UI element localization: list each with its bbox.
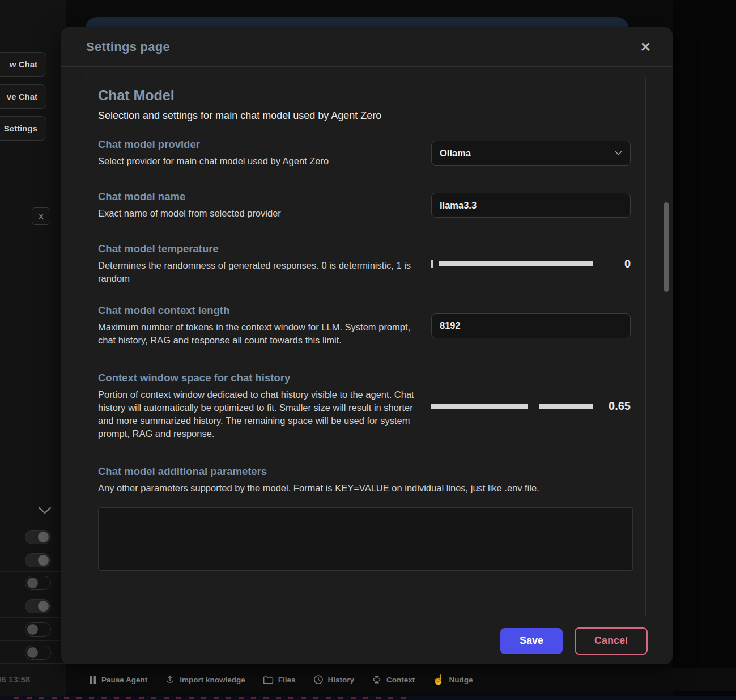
- field-label: Chat model additional parameters: [98, 465, 632, 478]
- provider-select[interactable]: Ollama: [431, 141, 631, 166]
- upload-icon: [165, 674, 175, 685]
- toolbar-label: Import knowledge: [180, 676, 245, 684]
- progress-dashes: [14, 697, 411, 699]
- field-control: 0.65: [431, 372, 631, 440]
- field-control: Ollama: [431, 138, 631, 168]
- field-description: Any other parameters supported by the mo…: [98, 482, 632, 495]
- field-label: Chat model context length: [98, 304, 415, 317]
- modal-title: Settings page: [86, 40, 170, 54]
- toolbar-label: Files: [278, 676, 296, 684]
- field-text: Chat model provider Select provider for …: [98, 138, 431, 168]
- bottom-progress-strip: [0, 696, 736, 700]
- toggle-switch[interactable]: [25, 530, 51, 544]
- field-description: Select provider for main chat model used…: [98, 155, 415, 168]
- nudge-button[interactable]: ☝ Nudge: [432, 675, 473, 685]
- history-button[interactable]: History: [313, 674, 355, 685]
- sidebar-button-save-chat[interactable]: ve Chat: [0, 84, 46, 109]
- field-description: Exact name of model from selected provid…: [98, 207, 415, 220]
- toolbar-label: Nudge: [449, 676, 473, 684]
- context-button[interactable]: Context: [372, 674, 415, 685]
- field-additional-parameters: Chat model additional parameters Any oth…: [98, 465, 632, 573]
- field-chat-model-provider: Chat model provider Select provider for …: [98, 138, 632, 168]
- sidebar-button-label: w Chat: [10, 60, 37, 69]
- toggle-switch[interactable]: [25, 622, 51, 637]
- provider-selected-value: Ollama: [440, 148, 471, 159]
- field-description: Maximum number of tokens in the context …: [98, 321, 415, 347]
- settings-modal: Settings page ✕ Chat Model Selection and…: [61, 27, 673, 664]
- cancel-button[interactable]: Cancel: [575, 627, 648, 655]
- modal-header: Settings page ✕: [61, 27, 673, 67]
- close-icon[interactable]: ✕: [640, 39, 651, 54]
- modal-scrollbar[interactable]: [664, 202, 669, 292]
- toggle-knob: [27, 578, 38, 588]
- toggle-knob: [38, 555, 49, 566]
- context-length-input[interactable]: [431, 313, 631, 338]
- field-label: Chat model temperature: [98, 243, 415, 255]
- field-control: [431, 190, 631, 220]
- section-subtitle: Selection and settings for main chat mod…: [98, 110, 632, 122]
- toggle-knob: [27, 647, 38, 658]
- slider-track-right: [539, 404, 593, 409]
- chevron-down-icon: [615, 151, 622, 156]
- toolbar-label: Pause Agent: [101, 676, 147, 684]
- toolbar-label: History: [328, 676, 355, 684]
- additional-parameters-textarea[interactable]: [98, 507, 633, 571]
- slider-thumb[interactable]: [528, 404, 539, 409]
- field-context-window-space: Context window space for chat history Po…: [98, 372, 632, 440]
- field-description: Portion of context window dedicated to c…: [98, 388, 415, 440]
- toggle-switch[interactable]: [25, 553, 51, 567]
- chevron-down-icon[interactable]: [37, 506, 52, 517]
- field-control: [431, 304, 631, 347]
- context-icon: [372, 674, 382, 685]
- pause-icon: [90, 676, 97, 684]
- import-knowledge-button[interactable]: Import knowledge: [165, 674, 245, 685]
- toggle-knob: [38, 532, 49, 542]
- files-button[interactable]: Files: [263, 675, 296, 685]
- toggle-switch[interactable]: [25, 599, 51, 613]
- field-control: 0: [431, 243, 631, 285]
- toolbar-label: Context: [386, 676, 415, 684]
- sidebar-close-button[interactable]: X: [32, 207, 50, 225]
- chat-timestamp: 06 13:58: [0, 674, 30, 684]
- sidebar: w Chat ve Chat Settings X 06 13:58: [0, 0, 66, 700]
- pause-agent-button[interactable]: Pause Agent: [90, 676, 147, 684]
- divider: [0, 205, 66, 205]
- toggle-switch[interactable]: [25, 646, 51, 660]
- bottom-toolbar: Pause Agent Import knowledge Files Histo…: [66, 668, 736, 691]
- field-text: Context window space for chat history Po…: [98, 372, 431, 440]
- clock-icon: [313, 674, 324, 685]
- temperature-slider[interactable]: [431, 260, 593, 268]
- sidebar-button-label: ve Chat: [7, 92, 37, 101]
- divider: [0, 640, 66, 641]
- modal-body: Chat Model Selection and settings for ma…: [61, 67, 673, 616]
- section-title: Chat Model: [98, 87, 632, 104]
- field-label: Context window space for chat history: [98, 372, 415, 384]
- history-space-value: 0.65: [609, 400, 631, 413]
- field-label: Chat model provider: [98, 138, 415, 151]
- field-chat-model-name: Chat model name Exact name of model from…: [98, 190, 632, 220]
- slider-track-left: [431, 404, 528, 409]
- divider: [0, 617, 66, 618]
- nudge-icon: ☝: [432, 675, 444, 685]
- slider-thumb[interactable]: [431, 260, 433, 268]
- field-text: Chat model context length Maximum number…: [98, 304, 431, 347]
- toggle-knob: [27, 624, 38, 635]
- field-chat-model-temperature: Chat model temperature Determines the ra…: [98, 243, 632, 285]
- temperature-value: 0: [624, 257, 631, 270]
- model-name-input[interactable]: [431, 193, 631, 218]
- right-dark-region: [673, 0, 736, 700]
- app-root: w Chat ve Chat Settings X 06 13:58: [0, 0, 736, 700]
- field-text: Chat model name Exact name of model from…: [98, 190, 431, 220]
- sidebar-close-label: X: [38, 211, 44, 221]
- divider: [0, 549, 66, 549]
- sidebar-button-settings[interactable]: Settings: [0, 116, 46, 141]
- modal-footer: Save Cancel: [61, 617, 673, 664]
- slider-track: [439, 261, 593, 266]
- field-text: Chat model temperature Determines the ra…: [98, 243, 431, 285]
- sidebar-button-new-chat[interactable]: w Chat: [0, 52, 46, 77]
- toggle-switch[interactable]: [25, 576, 51, 590]
- field-label: Chat model name: [98, 190, 415, 203]
- toggle-knob: [38, 601, 49, 612]
- history-space-slider[interactable]: [431, 402, 593, 410]
- save-button[interactable]: Save: [500, 628, 563, 654]
